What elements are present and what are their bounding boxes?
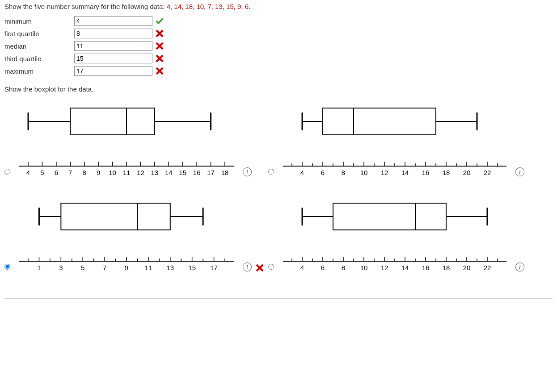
summary-label: maximum (4, 65, 74, 77)
svg-text:16: 16 (422, 169, 430, 176)
svg-text:9: 9 (97, 169, 100, 176)
svg-rect-79 (61, 203, 170, 230)
cross-icon (155, 65, 167, 77)
separator (4, 298, 553, 299)
cross-icon (155, 40, 167, 52)
svg-text:15: 15 (188, 264, 196, 271)
boxplot-svg: 46810121416182022 (278, 194, 511, 279)
svg-text:8: 8 (83, 169, 86, 176)
svg-text:5: 5 (81, 264, 84, 271)
cross-icon (255, 263, 264, 272)
svg-text:7: 7 (68, 169, 72, 176)
svg-rect-41 (323, 108, 436, 135)
svg-text:6: 6 (55, 169, 58, 176)
svg-text:4: 4 (300, 169, 304, 176)
summary-input-maximum[interactable] (74, 66, 152, 76)
svg-text:9: 9 (125, 264, 128, 271)
check-icon (155, 15, 167, 27)
svg-text:14: 14 (401, 264, 409, 271)
summary-row: third quartile (4, 52, 167, 65)
svg-text:10: 10 (360, 264, 368, 271)
summary-input-first-quartile[interactable] (74, 29, 152, 38)
svg-text:20: 20 (463, 264, 471, 271)
info-icon[interactable]: i (243, 167, 252, 176)
summary-input-minimum[interactable] (74, 16, 152, 26)
boxplot-choices: 456789101112131415161718i468101214161820… (4, 99, 553, 280)
boxplot-svg: 1357911131517 (15, 194, 238, 279)
info-icon[interactable]: i (243, 263, 252, 271)
svg-text:16: 16 (193, 169, 201, 176)
summary-row: minimum (4, 15, 167, 27)
summary-label: median (4, 40, 74, 52)
svg-rect-114 (333, 203, 446, 230)
svg-text:6: 6 (321, 169, 325, 176)
choice-radio-c[interactable] (4, 264, 10, 270)
svg-text:10: 10 (109, 169, 116, 176)
choice-c: 1357911131517i (4, 194, 264, 280)
svg-text:17: 17 (207, 169, 215, 176)
svg-text:12: 12 (381, 264, 388, 271)
boxplot-b: 46810121416182022 (278, 99, 511, 185)
svg-text:3: 3 (59, 264, 63, 271)
svg-rect-4 (70, 108, 155, 135)
svg-text:13: 13 (166, 264, 174, 271)
summary-inputs: minimumfirst quartilemedianthird quartil… (4, 15, 167, 77)
info-icon[interactable]: i (515, 263, 524, 271)
question-prompt: Show the five-number summary for the fol… (4, 3, 553, 10)
svg-text:4: 4 (300, 264, 304, 271)
summary-row: median (4, 40, 167, 52)
choice-a: 456789101112131415161718i (4, 99, 264, 185)
svg-text:8: 8 (342, 264, 345, 271)
svg-text:14: 14 (165, 169, 173, 176)
prompt-data: 4, 14, 18, 10, 7, 13, 15, 9, 6 (167, 3, 249, 10)
svg-text:22: 22 (484, 169, 491, 176)
summary-row: maximum (4, 65, 167, 77)
svg-text:22: 22 (484, 264, 491, 271)
svg-text:1: 1 (37, 264, 41, 271)
summary-input-third-quartile[interactable] (74, 54, 152, 63)
svg-text:4: 4 (26, 169, 30, 176)
svg-text:18: 18 (443, 264, 450, 271)
svg-text:10: 10 (360, 169, 368, 176)
svg-text:18: 18 (221, 169, 229, 176)
svg-text:12: 12 (137, 169, 144, 176)
svg-text:7: 7 (103, 264, 106, 271)
svg-text:11: 11 (123, 169, 131, 176)
info-icon[interactable]: i (515, 167, 524, 176)
svg-text:5: 5 (40, 169, 44, 176)
svg-text:17: 17 (210, 264, 218, 271)
boxplot-a: 456789101112131415161718 (15, 99, 238, 185)
summary-row: first quartile (4, 27, 167, 40)
boxplot-prompt: Show the boxplot for the data. (4, 85, 553, 93)
choice-radio-a[interactable] (4, 169, 10, 175)
svg-text:20: 20 (463, 169, 471, 176)
choice-radio-b[interactable] (268, 169, 274, 175)
cross-icon (155, 27, 167, 40)
svg-text:8: 8 (342, 169, 345, 176)
summary-label: first quartile (4, 27, 74, 40)
summary-input-median[interactable] (74, 41, 152, 51)
summary-label: third quartile (4, 52, 74, 65)
boxplot-svg: 46810121416182022 (278, 99, 511, 184)
svg-text:14: 14 (401, 169, 409, 176)
boxplot-svg: 456789101112131415161718 (15, 99, 238, 184)
choice-b: 46810121416182022i (268, 99, 545, 185)
svg-text:11: 11 (145, 264, 152, 271)
choice-radio-d[interactable] (268, 264, 274, 270)
boxplot-c: 1357911131517 (15, 194, 238, 280)
svg-text:13: 13 (151, 169, 159, 176)
prompt-prefix: Show the five-number summary for the fol… (4, 3, 167, 10)
svg-text:16: 16 (422, 264, 430, 271)
svg-text:18: 18 (443, 169, 450, 176)
prompt-suffix: . (249, 3, 250, 10)
svg-text:15: 15 (179, 169, 186, 176)
cross-icon (155, 52, 167, 65)
boxplot-d: 46810121416182022 (278, 194, 511, 280)
svg-text:6: 6 (321, 264, 325, 271)
choice-d: 46810121416182022i (268, 194, 545, 280)
summary-label: minimum (4, 15, 74, 27)
svg-text:12: 12 (381, 169, 388, 176)
